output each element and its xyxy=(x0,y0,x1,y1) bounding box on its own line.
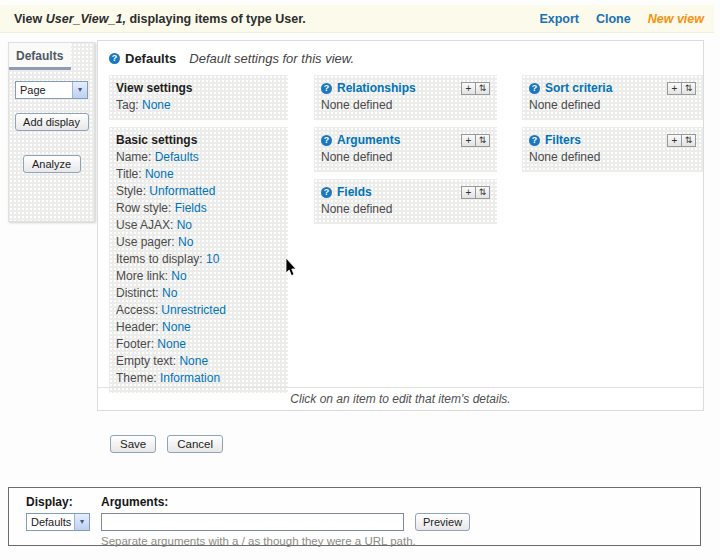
display-label: Display: xyxy=(26,495,101,509)
empty-text: None defined xyxy=(529,149,696,166)
setting-row: Footer: None xyxy=(116,336,281,353)
setting-row: Style: Unformatted xyxy=(116,183,281,200)
setting-access-link[interactable]: Unrestricted xyxy=(161,303,226,317)
arguments-link[interactable]: Arguments xyxy=(337,132,400,149)
setting-label: Distinct: xyxy=(116,286,159,300)
tab-defaults[interactable]: Defaults xyxy=(9,43,71,70)
save-button[interactable]: Save xyxy=(110,435,156,453)
analyze-button[interactable]: Analyze xyxy=(23,155,81,173)
setting-row: Theme: Information xyxy=(116,370,281,387)
rearrange-sorts-button[interactable]: ⇅ xyxy=(681,82,696,95)
setting-row: Items to display: 10 xyxy=(116,251,281,268)
rearrange-fields-button[interactable]: ⇅ xyxy=(475,186,490,199)
setting-row: Distinct: No xyxy=(116,285,281,302)
edit-hint: Click on an item to edit that item's det… xyxy=(98,387,703,410)
setting-label: Header: xyxy=(116,320,159,334)
setting-row: More link: No xyxy=(116,268,281,285)
view-editor-panel: ? Defaults Default settings for this vie… xyxy=(97,40,704,411)
relationships-link[interactable]: Relationships xyxy=(337,80,416,97)
setting-theme-link[interactable]: Information xyxy=(160,371,220,385)
setting-items-link[interactable]: 10 xyxy=(206,252,219,266)
add-sort-button[interactable]: + xyxy=(667,82,682,95)
chevron-down-icon: ▾ xyxy=(72,82,87,98)
chevron-down-icon: ▾ xyxy=(74,514,89,530)
setting-distinct-link[interactable]: No xyxy=(162,286,177,300)
setting-row: Title: None xyxy=(116,166,281,183)
setting-empty-text-link[interactable]: None xyxy=(179,354,208,368)
setting-label: Footer: xyxy=(116,337,154,351)
setting-row: Header: None xyxy=(116,319,281,336)
setting-row: Name: Defaults xyxy=(116,149,281,166)
page-title: View User_View_1, displaying items of ty… xyxy=(14,12,306,26)
setting-style-link[interactable]: Unformatted xyxy=(149,184,215,198)
empty-text: None defined xyxy=(529,97,696,114)
setting-label: Tag: xyxy=(116,98,139,112)
setting-title-link[interactable]: None xyxy=(145,167,174,181)
panel-heading-description: Default settings for this view. xyxy=(189,51,354,66)
column-basic: View settings Tag: None Basic settings N… xyxy=(109,75,288,400)
rearrange-relationships-button[interactable]: ⇅ xyxy=(475,82,490,95)
title-prefix: View xyxy=(14,12,42,26)
add-relationship-button[interactable]: + xyxy=(461,82,476,95)
display-sidebar: Defaults Page ▾ Add display Analyze xyxy=(8,42,95,222)
setting-label: More link: xyxy=(116,269,168,283)
empty-text: None defined xyxy=(321,97,490,114)
rearrange-arguments-button[interactable]: ⇅ xyxy=(475,134,490,147)
view-name: User_View_1, xyxy=(46,12,126,26)
view-settings-title: View settings xyxy=(116,80,281,97)
help-icon[interactable]: ? xyxy=(529,83,540,94)
setting-footer-link[interactable]: None xyxy=(157,337,186,351)
setting-label: Items to display: xyxy=(116,252,203,266)
setting-header-link[interactable]: None xyxy=(162,320,191,334)
preview-button[interactable]: Preview xyxy=(415,513,470,531)
filters-panel: ? Filters + ⇅ None defined xyxy=(522,127,703,172)
new-view-link[interactable]: New view xyxy=(648,12,704,26)
setting-label: Name: xyxy=(116,150,151,164)
sort-criteria-panel: ? Sort criteria + ⇅ None defined xyxy=(522,75,703,120)
filters-link[interactable]: Filters xyxy=(545,132,581,149)
help-icon[interactable]: ? xyxy=(109,53,120,64)
setting-row: Row style: Fields xyxy=(116,200,281,217)
preview-arguments-group: Arguments: Preview Separate arguments wi… xyxy=(101,495,470,545)
live-preview-bar: Display: Defaults ▾ Arguments: Preview S… xyxy=(8,487,701,546)
setting-row: Access: Unrestricted xyxy=(116,302,281,319)
setting-row-style-link[interactable]: Fields xyxy=(175,201,207,215)
sidebar-controls: Page ▾ Add display Analyze xyxy=(9,70,94,173)
setting-name-link[interactable]: Defaults xyxy=(155,150,199,164)
setting-row: Tag: None xyxy=(116,97,281,114)
add-filter-button[interactable]: + xyxy=(667,134,682,147)
arguments-help-text: Separate arguments with a / as though th… xyxy=(101,535,470,547)
setting-label: Row style: xyxy=(116,201,171,215)
arguments-input[interactable] xyxy=(101,513,404,531)
setting-tag-link[interactable]: None xyxy=(142,98,171,112)
fields-link[interactable]: Fields xyxy=(337,184,372,201)
add-display-button[interactable]: Add display xyxy=(15,113,89,131)
display-type-select[interactable]: Page ▾ xyxy=(15,81,88,99)
setting-ajax-link[interactable]: No xyxy=(177,218,192,232)
view-actions: Export Clone New view xyxy=(539,12,704,26)
cancel-button[interactable]: Cancel xyxy=(167,435,223,453)
arguments-label: Arguments: xyxy=(101,495,470,509)
display-type-value: Page xyxy=(20,84,46,96)
column-right: ? Sort criteria + ⇅ None defined ? Filte… xyxy=(522,75,703,400)
help-icon[interactable]: ? xyxy=(529,135,540,146)
settings-columns: View settings Tag: None Basic settings N… xyxy=(98,66,703,400)
export-link[interactable]: Export xyxy=(539,12,579,26)
clone-link[interactable]: Clone xyxy=(596,12,631,26)
setting-row: Use AJAX: No xyxy=(116,217,281,234)
help-icon[interactable]: ? xyxy=(321,187,332,198)
help-icon[interactable]: ? xyxy=(321,135,332,146)
setting-label: Style: xyxy=(116,184,146,198)
sort-criteria-link[interactable]: Sort criteria xyxy=(545,80,612,97)
setting-label: Title: xyxy=(116,167,142,181)
setting-pager-link[interactable]: No xyxy=(178,235,193,249)
empty-text: None defined xyxy=(321,149,490,166)
view-title-bar: View User_View_1, displaying items of ty… xyxy=(0,5,714,33)
setting-more-link[interactable]: No xyxy=(171,269,186,283)
form-actions: Save Cancel xyxy=(110,435,223,453)
preview-display-select[interactable]: Defaults ▾ xyxy=(26,513,90,531)
rearrange-filters-button[interactable]: ⇅ xyxy=(681,134,696,147)
add-field-button[interactable]: + xyxy=(461,186,476,199)
add-argument-button[interactable]: + xyxy=(461,134,476,147)
help-icon[interactable]: ? xyxy=(321,83,332,94)
